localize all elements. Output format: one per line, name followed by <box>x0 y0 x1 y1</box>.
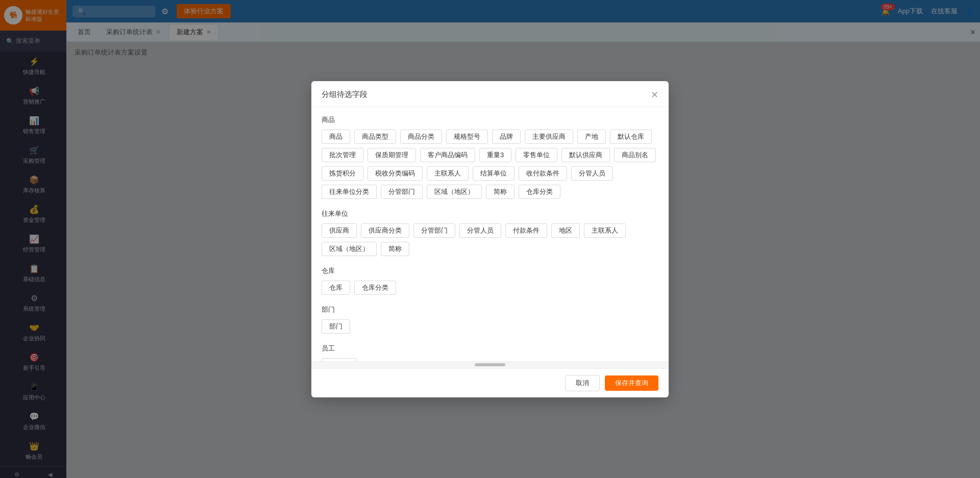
field-select-modal: 分组待选字段 ✕ 商品商品商品类型商品分类规格型号品牌主要供应商产地默认仓库批次… <box>311 81 669 397</box>
field-tag[interactable]: 简称 <box>486 185 514 199</box>
field-tags-warehouse: 仓库仓库分类 <box>322 281 658 295</box>
save-query-button[interactable]: 保存并查询 <box>605 375 658 391</box>
field-tag[interactable]: 重量3 <box>479 148 511 162</box>
main-content: 🔍 ⚙ 体验行业方案 🔔 99+ App下载 在线客服 👤 首页 采购订单统计表 <box>66 0 980 478</box>
field-tags-counterpart: 供应商供应商分类分管部门分管人员付款条件地区主联系人区域（地区）简称 <box>322 223 658 256</box>
field-tag[interactable]: 产地 <box>577 130 606 144</box>
field-tag[interactable]: 区域（地区） <box>322 242 377 256</box>
field-tag[interactable]: 客户商品编码 <box>420 148 475 162</box>
modal-title: 分组待选字段 <box>322 90 368 99</box>
field-tag[interactable]: 主联系人 <box>427 166 469 181</box>
field-tag[interactable]: 仓库 <box>322 281 350 295</box>
field-tag[interactable]: 结算单位 <box>473 166 514 181</box>
field-tag[interactable]: 默认仓库 <box>610 130 652 144</box>
field-tag[interactable]: 仓库分类 <box>519 185 560 199</box>
field-tag[interactable]: 商品别名 <box>614 148 656 162</box>
modal-footer: 取消 保存并查询 <box>311 368 669 397</box>
field-tag[interactable]: 仓库分类 <box>354 281 396 295</box>
field-group-counterpart: 往来单位供应商供应商分类分管部门分管人员付款条件地区主联系人区域（地区）简称 <box>322 209 658 256</box>
modal-body[interactable]: 商品商品商品类型商品分类规格型号品牌主要供应商产地默认仓库批次管理保质期管理客户… <box>311 107 669 361</box>
field-tags-department: 部门 <box>322 319 658 334</box>
field-tag[interactable]: 地区 <box>551 223 580 238</box>
field-tag[interactable]: 简称 <box>381 242 409 256</box>
field-tag[interactable]: 保质期管理 <box>368 148 416 162</box>
field-tag[interactable]: 区域（地区） <box>427 185 482 199</box>
cancel-button[interactable]: 取消 <box>565 375 600 391</box>
field-tag[interactable]: 主联系人 <box>584 223 626 238</box>
field-group-title-department: 部门 <box>322 305 658 314</box>
field-tag[interactable]: 批次管理 <box>322 148 363 162</box>
field-group-department: 部门部门 <box>322 305 658 334</box>
field-group-employee: 员工业务员 <box>322 344 658 361</box>
field-tag[interactable]: 商品类型 <box>354 130 396 144</box>
field-group-title-product: 商品 <box>322 115 658 124</box>
field-tag[interactable]: 税收分类编码 <box>368 166 423 181</box>
field-tag[interactable]: 规格型号 <box>446 130 488 144</box>
field-group-title-employee: 员工 <box>322 344 658 353</box>
field-group-title-counterpart: 往来单位 <box>322 209 658 218</box>
field-tag[interactable]: 零售单位 <box>516 148 557 162</box>
modal-overlay: 分组待选字段 ✕ 商品商品商品类型商品分类规格型号品牌主要供应商产地默认仓库批次… <box>66 0 980 478</box>
field-tag[interactable]: 商品分类 <box>400 130 442 144</box>
field-group-product: 商品商品商品类型商品分类规格型号品牌主要供应商产地默认仓库批次管理保质期管理客户… <box>322 115 658 199</box>
field-tag[interactable]: 拣货积分 <box>322 166 363 181</box>
field-tag[interactable]: 往来单位分类 <box>322 185 377 199</box>
field-tag[interactable]: 付款条件 <box>505 223 547 238</box>
field-tag[interactable]: 供应商 <box>322 223 357 238</box>
modal-header: 分组待选字段 ✕ <box>311 81 669 107</box>
field-tag[interactable]: 主要供应商 <box>525 130 573 144</box>
field-group-warehouse: 仓库仓库仓库分类 <box>322 266 658 295</box>
field-tag[interactable]: 供应商分类 <box>361 223 409 238</box>
field-tag[interactable]: 分管人员 <box>459 223 501 238</box>
field-tag[interactable]: 分管人员 <box>571 166 613 181</box>
field-tag[interactable]: 分管部门 <box>381 185 423 199</box>
modal-close-button[interactable]: ✕ <box>651 89 658 100</box>
field-tag[interactable]: 品牌 <box>492 130 521 144</box>
field-tag[interactable]: 分管部门 <box>413 223 455 238</box>
field-tag[interactable]: 商品 <box>322 130 350 144</box>
field-tags-product: 商品商品类型商品分类规格型号品牌主要供应商产地默认仓库批次管理保质期管理客户商品… <box>322 130 658 199</box>
field-tag[interactable]: 默认供应商 <box>561 148 610 162</box>
field-tag[interactable]: 收付款条件 <box>519 166 567 181</box>
field-tag[interactable]: 部门 <box>322 319 350 334</box>
field-group-title-warehouse: 仓库 <box>322 266 658 275</box>
modal-horizontal-scrollbar[interactable] <box>311 361 669 368</box>
